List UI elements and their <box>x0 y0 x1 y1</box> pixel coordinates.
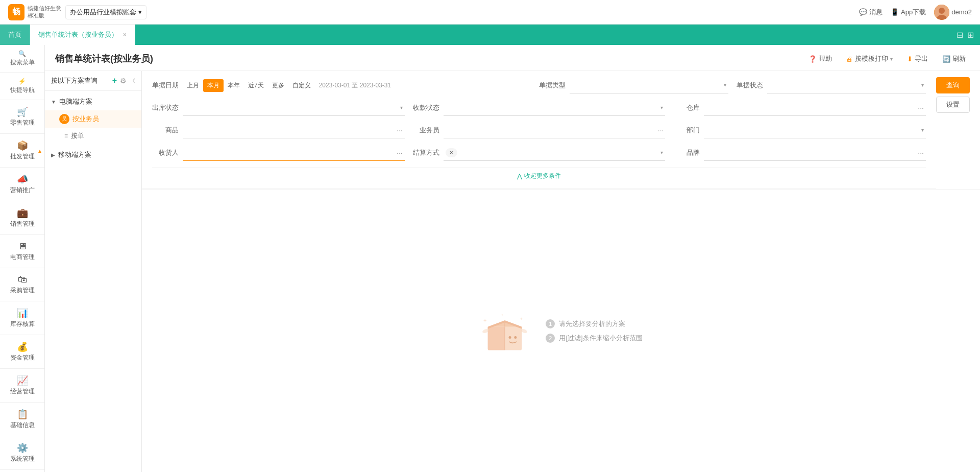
tab-close-icon[interactable]: × <box>123 31 127 38</box>
scheme-collapse-icon[interactable]: 《 <box>130 77 135 85</box>
salesman-input[interactable]: ··· <box>444 122 666 138</box>
tip-1-text: 请先选择要分析的方案 <box>559 319 625 328</box>
sidebar-quick-nav[interactable]: ⚡ 快捷导航 <box>0 73 44 100</box>
goods-dots-icon[interactable]: ··· <box>397 126 403 134</box>
empty-illustration: ✦ ✦ ✦ <box>479 305 530 357</box>
minimize-icon[interactable]: ⊟ <box>957 30 963 40</box>
download-icon: 📱 <box>891 8 899 16</box>
filter-row-2: 出库状态 ▾ 收款状态 <box>152 100 926 116</box>
tab-sales-stat[interactable]: 销售单统计表（按业务员） × <box>30 25 135 45</box>
maximize-icon[interactable]: ⊞ <box>967 30 974 40</box>
brand-label: 品牌 <box>673 148 700 157</box>
payment-status-select[interactable]: ▾ <box>444 100 666 116</box>
date-range-display: 2023-03-01 至 2023-03-31 <box>319 81 391 90</box>
sidebar-item-marketing[interactable]: 📣 营销推广 <box>0 168 44 201</box>
scheme-sub-item-by-order[interactable]: ≡ 按单 <box>45 128 141 144</box>
consignee-input[interactable]: ··· <box>183 145 405 161</box>
sidebar-search[interactable]: 🔍 搜索菜单 <box>0 45 44 73</box>
settlement-label: 结算方式 <box>413 148 439 157</box>
scheme-mobile-group[interactable]: ▶ 移动端方案 <box>45 146 141 163</box>
date-btn-last-month[interactable]: 上月 <box>183 79 203 92</box>
help-button[interactable]: ❓ 帮助 <box>804 52 836 65</box>
date-btn-current-month[interactable]: 本月 <box>203 79 224 92</box>
sidebar-item-sales[interactable]: 💼 销售管理 <box>0 201 44 235</box>
title-actions: ❓ 帮助 🖨 按模板打印 ▾ ⬇ 导出 🔄 刷新 <box>804 52 970 65</box>
export-button[interactable]: ⬇ 导出 <box>903 52 932 65</box>
wholesale-icon: 📦 <box>2 140 42 151</box>
print-chevron-icon: ▾ <box>890 56 893 62</box>
sidebar-item-purchase[interactable]: 🛍 采购管理 <box>0 268 44 301</box>
content-area: 单据日期 上月 本月 本年 近7天 更多 自定义 2023-03-01 至 20… <box>142 71 980 472</box>
filter-row-1: 单据日期 上月 本月 本年 近7天 更多 自定义 2023-03-01 至 20… <box>152 77 926 93</box>
warehouse-dots-icon[interactable]: ··· <box>918 104 924 112</box>
department-select[interactable]: ▾ <box>704 122 926 138</box>
filter-date: 单据日期 上月 本月 本年 近7天 更多 自定义 2023-03-01 至 20… <box>152 79 531 92</box>
brand-input[interactable]: ··· <box>704 145 926 161</box>
goods-input[interactable]: ··· <box>183 122 405 138</box>
date-btn-more[interactable]: 更多 <box>268 79 288 92</box>
svg-point-1 <box>939 8 945 14</box>
inventory-icon: 📊 <box>2 308 42 319</box>
logo-text: 畅捷信好生意 标准版 <box>28 5 61 18</box>
warehouse-label: 仓库 <box>673 103 700 112</box>
query-button[interactable]: 查询 <box>936 77 970 93</box>
out-status-select[interactable]: ▾ <box>183 100 405 116</box>
empty-tip-1: 1 请先选择要分析的方案 <box>546 319 642 328</box>
scheme-item-by-salesman[interactable]: 员 按业务员 <box>45 110 141 128</box>
salesman-dots-icon[interactable]: ··· <box>657 126 664 134</box>
print-button[interactable]: 🖨 按模板打印 ▾ <box>842 52 897 65</box>
sidebar-item-ecommerce[interactable]: 🖥 电商管理 <box>0 235 44 268</box>
message-button[interactable]: 💬 消息 <box>859 8 883 17</box>
app-selector[interactable]: 办公用品行业模拟账套 ▾ <box>65 5 146 19</box>
tab-home[interactable]: 首页 <box>0 25 30 45</box>
filter-form: 单据日期 上月 本月 本年 近7天 更多 自定义 2023-03-01 至 20… <box>142 71 936 189</box>
tip-1-number: 1 <box>546 319 555 328</box>
date-btn-current-year[interactable]: 本年 <box>224 79 244 92</box>
top-header: 畅 畅捷信好生意 标准版 办公用品行业模拟账套 ▾ 💬 消息 📱 App下载 d… <box>0 0 980 25</box>
quick-nav-icon: ⚡ <box>18 78 26 85</box>
warehouse-input[interactable]: ··· <box>704 100 926 116</box>
empty-state: ✦ ✦ ✦ 1 请先选择要分析的方案 2 <box>142 190 980 472</box>
filter-row-4: 收货人 ··· 结算方式 × <box>152 145 926 161</box>
collapse-button[interactable]: ⋀ 收起更多条件 <box>517 172 561 180</box>
department-arrow-icon: ▾ <box>921 127 924 133</box>
ecommerce-icon: 🖥 <box>2 241 42 252</box>
sidebar-item-system[interactable]: ⚙️ 系统管理 <box>0 436 44 470</box>
empty-tips: 1 请先选择要分析的方案 2 用[过滤]条件来缩小分析范围 <box>546 319 642 343</box>
consignee-dots-icon[interactable]: ··· <box>397 149 403 157</box>
settlement-select[interactable]: × ▾ <box>444 145 666 161</box>
scheme-header-actions: + ⚙ 《 <box>112 76 135 85</box>
sidebar-item-finance[interactable]: 💰 资金管理 <box>0 335 44 369</box>
doc-type-select[interactable]: ▾ <box>570 77 728 93</box>
tip-2-number: 2 <box>546 334 555 343</box>
sales-icon: 💼 <box>2 207 42 219</box>
brand-dots-icon[interactable]: ··· <box>918 149 924 157</box>
scheme-pc-group-title[interactable]: ▼ 电脑端方案 <box>45 93 141 110</box>
download-button[interactable]: 📱 App下载 <box>891 8 926 17</box>
out-status-arrow-icon: ▾ <box>400 105 403 110</box>
doc-status-select[interactable]: ▾ <box>767 77 926 93</box>
page-content: 销售单统计表(按业务员) ❓ 帮助 🖨 按模板打印 ▾ ⬇ 导出 🔄 刷新 <box>45 45 980 472</box>
help-icon: ❓ <box>808 55 817 63</box>
collapse-row: ⋀ 收起更多条件 <box>152 167 926 182</box>
settings-button[interactable]: 设置 <box>936 97 970 113</box>
page-body: 按以下方案查询 + ⚙ 《 ▼ 电脑端方案 员 按业务员 <box>45 71 980 472</box>
refresh-button[interactable]: 🔄 刷新 <box>938 52 970 65</box>
filter-doc-type: 单据类型 ▾ <box>539 77 728 93</box>
user-profile[interactable]: demo2 <box>934 5 972 20</box>
sidebar-item-retail[interactable]: 🛒 零售管理 <box>0 100 44 134</box>
scheme-header: 按以下方案查询 + ⚙ 《 <box>45 71 141 91</box>
doc-type-label: 单据类型 <box>539 81 566 90</box>
sidebar-item-inventory[interactable]: 📊 库存核算 <box>0 301 44 335</box>
date-btn-7days[interactable]: 近7天 <box>244 79 268 92</box>
sidebar-item-enterprise[interactable]: 🏢 企业协同 <box>0 470 44 472</box>
logo-area: 畅 畅捷信好生意 标准版 <box>8 4 61 20</box>
scheme-settings-icon[interactable]: ⚙ <box>120 77 127 85</box>
filter-salesman: 业务员 ··· <box>413 122 666 138</box>
date-btn-custom[interactable]: 自定义 <box>288 79 315 92</box>
sidebar-item-wholesale[interactable]: 📦 批发管理 ▲ <box>0 134 44 168</box>
sidebar-item-operation[interactable]: 📈 经营管理 <box>0 369 44 403</box>
add-scheme-button[interactable]: + <box>112 76 117 85</box>
payment-status-label: 收款状态 <box>413 103 439 112</box>
sidebar-item-base[interactable]: 📋 基础信息 <box>0 403 44 436</box>
